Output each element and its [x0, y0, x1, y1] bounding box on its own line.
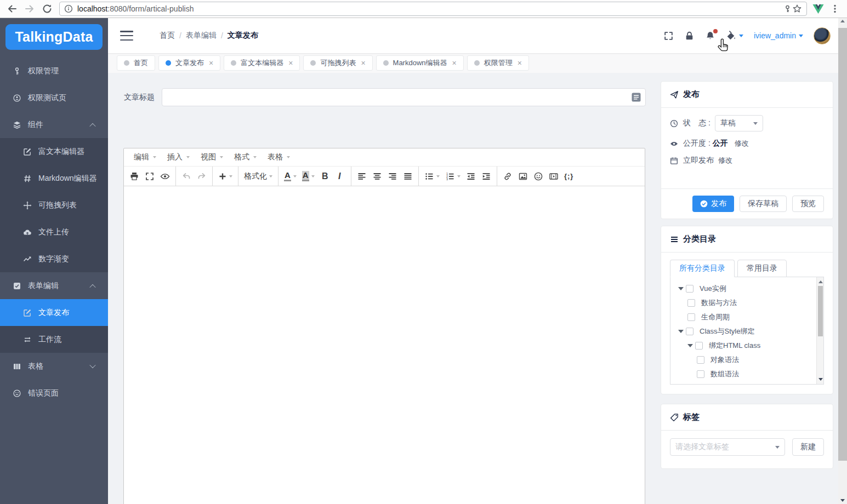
tree-node-label[interactable]: Class与Style绑定: [700, 327, 754, 336]
tab-rich-editor[interactable]: 富文本编辑器×: [224, 55, 300, 71]
tree-checkbox[interactable]: [686, 328, 693, 335]
outdent-button[interactable]: [464, 169, 478, 184]
undo-button[interactable]: [179, 169, 194, 184]
menubar-item[interactable]: 插入: [162, 148, 195, 166]
sidebar-item-rich-editor[interactable]: 富文本编辑器: [0, 138, 108, 165]
background-color-button[interactable]: A: [300, 169, 317, 184]
align-left-button[interactable]: [355, 169, 369, 184]
image-button[interactable]: [516, 169, 530, 184]
align-right-button[interactable]: [385, 169, 400, 184]
page-scrollbar[interactable]: [838, 18, 847, 504]
sidebar-item-draggable-list[interactable]: 可拖拽列表: [0, 192, 108, 219]
tree-checkbox[interactable]: [697, 356, 704, 364]
align-center-button[interactable]: [370, 169, 384, 184]
page-scrollbar-thumb[interactable]: [838, 28, 847, 461]
tree-checkbox[interactable]: [695, 342, 703, 350]
indent-button[interactable]: [479, 169, 493, 184]
link-button[interactable]: [501, 169, 515, 184]
print-button[interactable]: [127, 169, 141, 184]
numbered-list-button[interactable]: 123: [443, 169, 463, 184]
scroll-up-icon[interactable]: [838, 20, 847, 26]
menubar-item[interactable]: 编辑: [128, 148, 162, 166]
password-key-icon[interactable]: [783, 4, 792, 14]
sidebar-item-components[interactable]: 组件: [0, 111, 108, 138]
status-select[interactable]: 草稿: [715, 115, 763, 131]
preview-button[interactable]: [158, 169, 172, 184]
align-justify-button[interactable]: [401, 169, 415, 184]
save-draft-button[interactable]: 保存草稿: [740, 196, 787, 212]
visibility-edit-link[interactable]: 修改: [735, 139, 749, 148]
lock-icon[interactable]: [684, 31, 695, 41]
sidebar-item-permission[interactable]: 权限管理: [0, 58, 108, 84]
title-list-icon[interactable]: [632, 93, 641, 102]
close-icon[interactable]: ×: [452, 59, 457, 67]
tree-node-label[interactable]: 对象语法: [710, 355, 739, 365]
app-logo[interactable]: TalkingData: [5, 24, 103, 50]
tab-home[interactable]: 首页: [117, 55, 155, 71]
text-color-button[interactable]: A: [282, 169, 299, 184]
close-icon[interactable]: ×: [209, 59, 213, 67]
close-icon[interactable]: ×: [361, 59, 365, 67]
tab-draggable-list[interactable]: 可拖拽列表×: [303, 55, 372, 71]
format-select[interactable]: 格式化: [242, 169, 275, 184]
bold-button[interactable]: B: [318, 169, 332, 184]
tree-checkbox[interactable]: [686, 285, 693, 293]
refresh-icon[interactable]: [42, 3, 53, 14]
menubar-item[interactable]: 表格: [262, 148, 295, 166]
fullscreen-icon[interactable]: [663, 31, 674, 41]
category-tab[interactable]: 所有分类目录: [670, 260, 735, 277]
tree-expand-icon[interactable]: [678, 330, 684, 333]
close-icon[interactable]: ×: [518, 59, 522, 67]
sidebar-item-article-publish[interactable]: 文章发布: [0, 299, 108, 326]
close-icon[interactable]: ×: [288, 59, 293, 67]
new-tag-button[interactable]: 新建: [792, 438, 824, 456]
menubar-item[interactable]: 格式: [229, 148, 262, 166]
sidebar-item-file-upload[interactable]: 文件上传: [0, 219, 108, 245]
tree-expand-icon[interactable]: [678, 287, 684, 290]
schedule-edit-link[interactable]: 修改: [718, 156, 732, 165]
collapse-menu-icon[interactable]: [120, 31, 133, 41]
scroll-up-icon[interactable]: [817, 278, 824, 285]
editor-content-area[interactable]: [124, 187, 645, 504]
tree-node-label[interactable]: 数组语法: [710, 369, 739, 379]
url-bar[interactable]: localhost:8080/form/artical-publish: [59, 2, 807, 16]
sidebar-item-workflow[interactable]: 工作流: [0, 326, 108, 353]
sidebar-item-error-pages[interactable]: 错误页面: [0, 380, 108, 406]
bookmark-star-icon[interactable]: [792, 4, 802, 14]
vue-devtools-icon[interactable]: [812, 4, 824, 14]
tag-select[interactable]: 请选择文章标签: [670, 438, 785, 456]
media-button[interactable]: [547, 169, 561, 184]
forward-icon[interactable]: [24, 3, 35, 14]
breadcrumb-item[interactable]: 表单编辑: [186, 31, 217, 41]
back-icon[interactable]: [7, 3, 18, 14]
emoji-button[interactable]: [531, 169, 545, 184]
code-button[interactable]: {;}: [562, 169, 576, 184]
user-menu[interactable]: iview_admin: [754, 31, 803, 40]
breadcrumb-item[interactable]: 首页: [160, 31, 175, 41]
insert-button[interactable]: [216, 169, 235, 184]
redo-button[interactable]: [195, 169, 209, 184]
tree-scrollbar-thumb[interactable]: [818, 286, 823, 336]
article-title-input[interactable]: [162, 88, 646, 106]
publish-button[interactable]: 发布: [692, 196, 734, 212]
scroll-down-icon[interactable]: [838, 495, 847, 502]
tab-article-publish[interactable]: 文章发布×: [158, 55, 220, 71]
tree-checkbox[interactable]: [687, 299, 695, 307]
page-info-icon[interactable]: [64, 4, 73, 13]
menubar-item[interactable]: 视图: [195, 148, 229, 166]
tree-checkbox[interactable]: [697, 370, 704, 378]
sidebar-item-permission-test[interactable]: 权限测试页: [0, 84, 108, 111]
tree-node-label[interactable]: 绑定HTML class: [709, 341, 760, 351]
tree-node-label[interactable]: Vue实例: [700, 284, 726, 294]
sidebar-item-count-to[interactable]: 数字渐变: [0, 245, 108, 272]
tree-node-label[interactable]: 生命周期: [701, 312, 730, 322]
sidebar-item-tables[interactable]: 表格: [0, 353, 108, 380]
scroll-down-icon[interactable]: [817, 376, 824, 383]
tab-permission[interactable]: 权限管理×: [467, 55, 529, 71]
tree-node-label[interactable]: 数据与方法: [701, 298, 737, 308]
avatar[interactable]: [814, 27, 831, 44]
browser-menu-icon[interactable]: [831, 4, 839, 14]
preview-button[interactable]: 预览: [792, 196, 824, 212]
category-tab[interactable]: 常用目录: [737, 260, 787, 277]
fullscreen-button[interactable]: [143, 169, 157, 184]
